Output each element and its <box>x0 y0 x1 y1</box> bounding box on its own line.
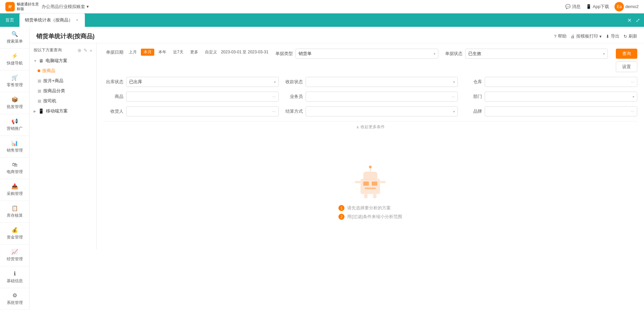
date-tag-this-month[interactable]: 本月 <box>141 49 154 56</box>
date-tag-custom[interactable]: 自定义 <box>202 49 220 56</box>
payment-method-arrow-icon: ▾ <box>453 110 455 113</box>
fullscreen-button[interactable]: ⤢ <box>634 16 641 25</box>
warehouse-dots-icon[interactable]: ··· <box>631 80 634 84</box>
sidebar-item-quick-nav[interactable]: ⚡ 快捷导航 <box>0 49 29 70</box>
receiver-input[interactable]: ··· <box>126 106 279 116</box>
add-scheme-icon[interactable]: ⊕ <box>77 48 82 53</box>
app-download-button[interactable]: 📱 App下载 <box>586 4 609 10</box>
sidebar: 🔍 搜索菜单 ⚡ 快捷导航 🛒 零售管理 📦 批发管理 📢 营销推广 📊 销售管… <box>0 27 30 310</box>
salesperson-input[interactable]: ··· <box>306 92 458 102</box>
edit-scheme-icon[interactable]: ✎ <box>84 48 88 53</box>
doc-type-filter: 单据类型 销货单 ▾ <box>273 49 438 59</box>
doc-type-input[interactable]: 销货单 ▾ <box>296 49 438 59</box>
mobile-icon: 📱 <box>38 108 44 114</box>
page-actions: ? 帮助 🖨 按模板打印 ▾ ⬇ 导出 ↻ 刷新 <box>554 33 637 39</box>
close-tab-button[interactable]: ✕ <box>626 16 633 25</box>
salesperson-dots-icon[interactable]: ··· <box>451 94 455 99</box>
sidebar-item-wholesale[interactable]: 📦 批发管理 <box>0 92 29 114</box>
department-arrow-icon: ▾ <box>633 95 634 99</box>
sidebar-item-basic-info[interactable]: ℹ 基础信息 <box>0 266 29 288</box>
receiver-dots-icon[interactable]: ··· <box>272 109 276 114</box>
svg-rect-1 <box>363 182 369 186</box>
brand-dots-icon[interactable]: ··· <box>631 109 634 114</box>
filter-row-4: 收货人 ··· 结算方式 ▾ <box>103 106 637 116</box>
brand-input[interactable]: ··· <box>485 106 637 116</box>
page-title: 销货单统计表(按商品) <box>36 32 95 40</box>
sidebar-item-retail[interactable]: 🛒 零售管理 <box>0 70 29 92</box>
sidebar-item-marketing[interactable]: 📢 营销推广 <box>0 114 29 136</box>
left-panel: 按以下方案查询 ⊕ ✎ « ▼ 🖥 电脑端方案 <box>30 43 97 249</box>
export-icon: ⬇ <box>606 34 609 39</box>
svg-rect-5 <box>380 181 386 183</box>
content-wrapper: 按以下方案查询 ⊕ ✎ « ▼ 🖥 电脑端方案 <box>30 43 644 249</box>
app-selector[interactable]: 办公用品行业模拟账套 ▾ <box>42 4 89 10</box>
help-button[interactable]: ? 帮助 <box>554 33 567 39</box>
settings-button[interactable]: 设置 <box>616 61 637 72</box>
sidebar-item-system[interactable]: ⚙ 系统管理 <box>0 288 29 310</box>
collapse-panel-icon[interactable]: « <box>90 48 92 53</box>
warehouse-status-input[interactable]: 已出库 ▾ <box>126 77 279 87</box>
expand-icon: ▼ <box>34 59 37 63</box>
warehouse-input[interactable]: ··· <box>485 77 637 87</box>
date-tags-row: 上月 本月 本年 近7天 更多 自定义 2023-03-01 至 2023-03… <box>126 49 269 56</box>
empty-step-2: 2 用[过滤]条件来缩小分析范围 <box>338 214 402 220</box>
tree-node-by-month-product[interactable]: ▦ 按月+商品 <box>30 76 96 86</box>
sidebar-item-ecommerce[interactable]: 🛍 电商管理 <box>0 158 29 179</box>
salesperson-filter: 业务员 ··· <box>283 92 458 102</box>
retail-icon: 🛒 <box>11 74 18 81</box>
sidebar-item-purchase[interactable]: 📥 采购管理 <box>0 179 29 201</box>
date-tag-7days[interactable]: 近7天 <box>170 49 186 56</box>
sidebar-item-inventory[interactable]: 📋 库存核算 <box>0 201 29 223</box>
warehouse-status-filter: 出库状态 已出库 ▾ <box>103 77 279 87</box>
filter-row-1: 单据日期 上月 本月 本年 近7天 更多 自定义 <box>103 49 637 72</box>
doc-status-input[interactable]: 已生效 ▾ <box>465 49 608 59</box>
sidebar-item-operations[interactable]: 📈 经营管理 <box>0 245 29 266</box>
desktop-icon: 🖥 <box>39 58 44 63</box>
department-input[interactable]: ▾ <box>485 92 637 102</box>
page-container: 销货单统计表(按商品) ? 帮助 🖨 按模板打印 ▾ ⬇ 导出 <box>30 27 644 310</box>
purchase-icon: 📥 <box>11 183 18 190</box>
export-button[interactable]: ⬇ 导出 <box>606 33 620 39</box>
tree-desktop-section[interactable]: ▼ 🖥 电脑端方案 <box>30 56 96 66</box>
query-button[interactable]: 查询 <box>616 49 637 59</box>
tab-sales-report[interactable]: 销货单统计表（按商品） × <box>19 13 85 27</box>
tree-node-by-product-category[interactable]: ▦ 按商品分类 <box>30 86 96 96</box>
svg-rect-3 <box>365 188 376 189</box>
tree-node-by-product[interactable]: 按商品 <box>30 66 96 76</box>
message-button[interactable]: 💬 消息 <box>565 4 581 10</box>
payment-method-input[interactable]: ▾ <box>306 106 458 116</box>
payment-status-input[interactable]: ▾ <box>306 77 458 87</box>
payment-method-filter: 结算方式 ▾ <box>283 106 458 116</box>
tabbar-actions: ✕ ⤢ <box>626 16 644 25</box>
sidebar-item-finance[interactable]: 💰 资金管理 <box>0 223 29 245</box>
tab-close-icon[interactable]: × <box>75 18 79 22</box>
warehouse-filter: 仓库 ··· <box>462 77 637 87</box>
tree-mobile-section[interactable]: ▶ 📱 移动端方案 <box>30 106 96 116</box>
sidebar-item-sales-mgmt[interactable]: 📊 销售管理 <box>0 136 29 158</box>
tab-home[interactable]: 首页 <box>0 13 19 27</box>
date-tag-more[interactable]: 更多 <box>187 49 201 56</box>
active-indicator <box>38 69 40 72</box>
quick-nav-icon: ⚡ <box>11 53 18 59</box>
topbar-left: 好 畅捷通好生意 标版 办公用品行业模拟账套 ▾ <box>5 2 89 11</box>
date-tag-last-month[interactable]: 上月 <box>126 49 140 56</box>
print-dropdown-icon: ▾ <box>599 34 602 39</box>
refresh-button[interactable]: ↻ 刷新 <box>624 33 637 39</box>
user-menu[interactable]: Ea demo2 <box>614 2 639 11</box>
product-dots-icon[interactable]: ··· <box>272 94 276 99</box>
doc-status-arrow-icon: ▾ <box>603 52 605 56</box>
left-panel-header: 按以下方案查询 ⊕ ✎ « <box>30 47 96 56</box>
sidebar-item-search[interactable]: 🔍 搜索菜单 <box>0 27 29 49</box>
date-filter-group: 单据日期 上月 本月 本年 近7天 更多 自定义 <box>103 49 269 56</box>
operations-icon: 📈 <box>11 249 18 255</box>
tree-node-by-cashier[interactable]: ▦ 按司机 <box>30 96 96 106</box>
collapse-button[interactable]: ∧ 收起更多条件 <box>356 124 385 130</box>
filter-row-2: 出库状态 已出库 ▾ 收款状态 ▾ <box>103 77 637 87</box>
search-icon: 🔍 <box>11 31 18 37</box>
empty-steps: 1 请先选择要分析的方案 2 用[过滤]条件来缩小分析范围 <box>338 205 402 222</box>
basic-info-icon: ℹ <box>14 270 16 277</box>
print-template-button[interactable]: 🖨 按模板打印 ▾ <box>571 33 602 39</box>
product-input[interactable]: ··· <box>126 92 279 102</box>
date-tag-this-year[interactable]: 本年 <box>156 49 169 56</box>
category-icon: ▦ <box>38 89 41 93</box>
